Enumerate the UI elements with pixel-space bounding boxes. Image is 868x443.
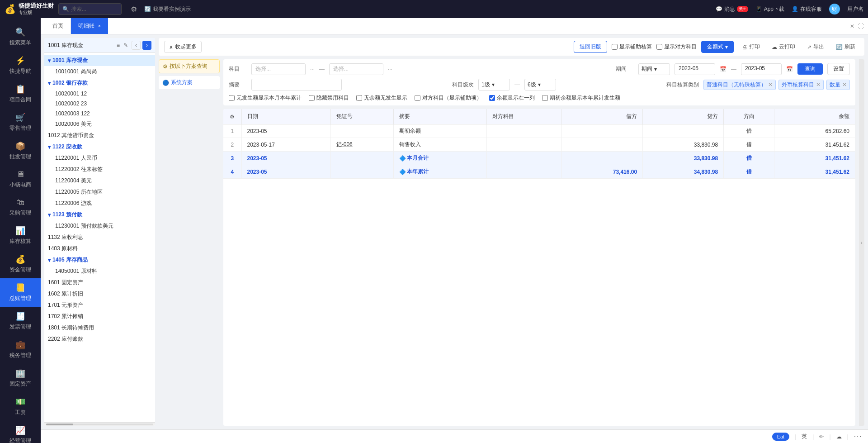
period-calendar-icon-2[interactable]: 📅 <box>786 66 793 72</box>
scheme-title[interactable]: 🔵 系统方案 <box>162 79 216 86</box>
level-start-select[interactable]: 1级 ▾ <box>478 79 510 91</box>
tree-item-1123[interactable]: ▾ 1123 预付款 <box>44 209 155 220</box>
subject-input-2[interactable]: 选择... <box>329 63 383 75</box>
top-search-box[interactable]: 🔍 搜索... <box>58 3 122 15</box>
tree-item-1801[interactable]: 1801 长期待摊费用 <box>44 322 155 333</box>
sidebar-item-retail[interactable]: 🛒 零售管理 <box>0 108 41 137</box>
tree-item-1702[interactable]: 1702 累计摊销 <box>44 311 155 322</box>
period-start-input[interactable]: 2023-05 <box>675 63 715 75</box>
sidebar-item-tax[interactable]: 💼 税务管理 <box>0 335 41 364</box>
tree-item-1002[interactable]: ▾ 1002 银行存款 <box>44 77 155 89</box>
tree-prev-btn[interactable]: ‹ <box>132 41 141 50</box>
cloud-icon[interactable]: ☁ <box>836 433 842 440</box>
query-btn[interactable]: 查询 <box>797 63 823 75</box>
lang-btn[interactable]: 英 <box>802 433 807 440</box>
user-avatar[interactable]: 财 <box>829 4 840 14</box>
cell-voucher-2[interactable]: 记-006 <box>330 138 393 152</box>
sidebar-item-ecommerce[interactable]: 🖥 小畅电商 <box>0 165 41 193</box>
filter-tag-close-1[interactable]: ✕ <box>816 81 821 88</box>
cb-balance-one-col[interactable] <box>489 95 495 101</box>
checkbox-no-occur[interactable]: 无发生额显示本月本年累计 <box>229 94 302 102</box>
tree-item-1132[interactable]: 1132 应收利息 <box>44 232 155 243</box>
cb-show-opening[interactable] <box>542 95 548 101</box>
right-collapse-handle[interactable]: › <box>859 59 864 426</box>
show-contra-checkbox[interactable] <box>656 44 662 50</box>
tree-item-14050001[interactable]: 14050001 原材料 <box>44 266 155 277</box>
period-end-input[interactable]: 2023-05 <box>741 63 782 75</box>
edit-icon[interactable]: ✏ <box>819 433 824 440</box>
eat-btn[interactable]: Eat <box>772 433 790 441</box>
refresh-btn[interactable]: 🔄 刷新 <box>832 41 859 52</box>
cb-hide-disabled[interactable] <box>309 95 315 101</box>
tab-home[interactable]: 首页 <box>45 18 71 34</box>
sidebar-item-invoice[interactable]: 🧾 发票管理 <box>0 307 41 335</box>
summary-input[interactable] <box>251 79 342 91</box>
return-old-version-btn[interactable]: 退回旧版 <box>574 41 607 53</box>
tree-item-11220004[interactable]: 11220004 美元 <box>44 175 155 186</box>
settings-icon[interactable]: ⚙ <box>131 5 137 14</box>
filter-tag-close-2[interactable]: ✕ <box>842 81 847 88</box>
tree-scroll-bar[interactable] <box>44 422 155 426</box>
sidebar-item-capital[interactable]: 💰 资金管理 <box>0 250 41 278</box>
col-gear[interactable]: ⚙ <box>223 109 241 124</box>
tab-expand-btn[interactable]: ⛶ <box>858 23 863 29</box>
tree-item-10020006[interactable]: 10020006 美元 <box>44 119 155 130</box>
show-contra-checkbox-label[interactable]: 显示对方科目 <box>656 43 697 51</box>
sidebar-item-search[interactable]: 🔍 搜索菜单 <box>0 23 41 51</box>
tree-item-11230001[interactable]: 11230001 预付款款美元 <box>44 220 155 232</box>
sidebar-item-quick-nav[interactable]: ⚡ 快捷导航 <box>0 51 41 80</box>
tree-item-1122[interactable]: ▾ 1122 应收款 <box>44 141 155 152</box>
tree-item-1405[interactable]: ▾ 1405 库存商品 <box>44 254 155 266</box>
checkbox-show-opening[interactable]: 期初余额显示本年累计发生额 <box>542 94 620 102</box>
cb-no-occur[interactable] <box>229 95 235 101</box>
cb-no-balance[interactable] <box>356 95 362 101</box>
more-icon[interactable]: ··· <box>854 433 863 441</box>
checkbox-balance-one-col[interactable]: 余额显示在一列 <box>489 94 535 102</box>
online-service-btn[interactable]: 👤 在线客服 <box>792 5 822 13</box>
tree-item-1602[interactable]: 1602 累计折旧 <box>44 288 155 300</box>
tree-item-10020003[interactable]: 10020003 122 <box>44 109 155 119</box>
tree-item-10020001[interactable]: 10020001 12 <box>44 89 155 99</box>
tree-item-1001[interactable]: ▾ 1001 库存现金 <box>44 55 155 66</box>
tree-item-11220005[interactable]: 11220005 所在地区 <box>44 186 155 198</box>
tree-item-1403[interactable]: 1403 原材料 <box>44 243 155 254</box>
tree-item-11220001[interactable]: 11220001 人民币 <box>44 152 155 164</box>
expand-btn[interactable]: ∧ 收起更多 <box>164 41 202 53</box>
tree-item-11220002[interactable]: 11220002 往来标签 <box>44 164 155 175</box>
checkbox-hide-disabled[interactable]: 隐藏禁用科目 <box>309 94 349 102</box>
tree-item-10020002[interactable]: 10020002 23 <box>44 99 155 109</box>
period-type-select[interactable]: 期间 ▾ <box>638 63 670 75</box>
tree-item-10010001[interactable]: 10010001 咼咼咼 <box>44 66 155 77</box>
settings-btn[interactable]: 设置 <box>827 63 850 75</box>
sidebar-item-salary[interactable]: 💵 工资 <box>0 392 41 421</box>
tree-item-2202[interactable]: 2202 应付账款 <box>44 333 155 345</box>
currency-mode-btn[interactable]: 金额式 ▾ <box>701 41 734 53</box>
cb-show-contra[interactable] <box>415 95 420 101</box>
export-btn[interactable]: ↗ 导出 <box>803 41 828 52</box>
tree-item-1012[interactable]: 1012 其他货币资金 <box>44 130 155 141</box>
tab-close-btn[interactable]: ✕ <box>850 23 854 29</box>
tree-edit-icon[interactable]: ✎ <box>123 42 128 48</box>
show-assist-checkbox-label[interactable]: 显示辅助核算 <box>612 43 652 51</box>
sidebar-item-wholesale[interactable]: 📦 批发管理 <box>0 137 41 165</box>
checkbox-show-contra[interactable]: 对方科目（显示辅助项） <box>415 94 482 102</box>
cloud-print-btn[interactable]: ☁ 云打印 <box>768 41 799 52</box>
level-end-select[interactable]: 6级 ▾ <box>524 79 556 91</box>
sidebar-item-general-ledger[interactable]: 📒 总账管理 <box>0 278 41 307</box>
tree-next-btn[interactable]: › <box>142 41 151 50</box>
subject-input[interactable]: 选择... <box>251 63 306 75</box>
tab-close-icon[interactable]: × <box>98 24 101 29</box>
show-assist-checkbox[interactable] <box>612 44 618 50</box>
print-btn[interactable]: 🖨 打印 <box>738 41 764 52</box>
sidebar-item-operations[interactable]: 📈 经营管理 <box>0 421 41 443</box>
sidebar-item-fixed-assets[interactable]: 🏢 固定资产 <box>0 364 41 392</box>
tree-item-1701[interactable]: 1701 无形资产 <box>44 300 155 311</box>
tab-detail-ledger[interactable]: 明细账 × <box>71 18 108 34</box>
app-download-btn[interactable]: 📱 App下载 <box>755 5 784 13</box>
period-calendar-icon-1[interactable]: 📅 <box>720 66 726 72</box>
checkbox-no-balance[interactable]: 无余额无发生显示 <box>356 94 407 102</box>
tree-item-11220006[interactable]: 11220006 游戏 <box>44 198 155 209</box>
message-btn[interactable]: 💬 消息 99+ <box>716 5 748 13</box>
sidebar-item-project[interactable]: 📋 项目合同 <box>0 80 41 108</box>
tree-col-icon[interactable]: ≡ <box>117 42 120 48</box>
